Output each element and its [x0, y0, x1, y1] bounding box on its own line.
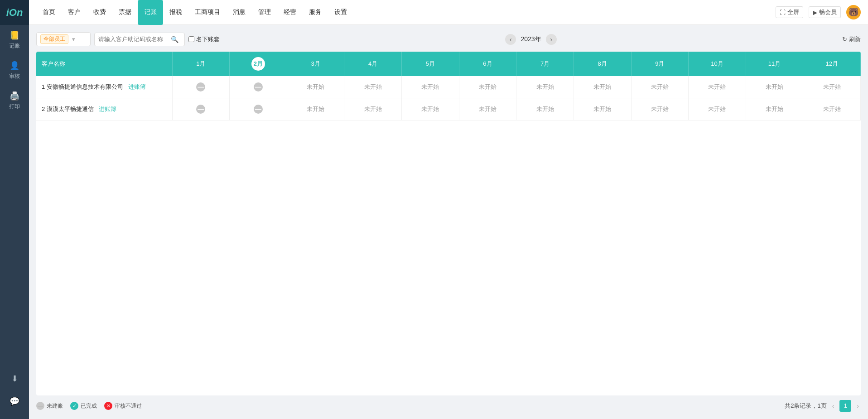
search-icon[interactable]: 🔍 — [171, 36, 178, 43]
legend-completed-label: 已完成 — [81, 402, 97, 410]
enter-ledger-link[interactable]: 进账簿 — [128, 83, 146, 90]
avatar[interactable]: 🐻 — [846, 5, 861, 19]
audit-icon: 👤 — [10, 61, 19, 71]
status-not-started: 未开始 — [307, 106, 324, 112]
cell-aug[interactable]: 未开始 — [574, 76, 631, 98]
cell-jul[interactable]: 未开始 — [516, 98, 574, 120]
prev-year-button[interactable]: ‹ — [505, 34, 516, 45]
cell-feb[interactable]: — — [230, 98, 287, 120]
status-not-started: 未开始 — [421, 106, 439, 112]
status-not-started: 未开始 — [766, 106, 783, 112]
data-table: 客户名称 1月 2月 3月 4月 5月 6月 7月 8月 9月 10月 11月 — [36, 52, 861, 120]
status-not-started: 未开始 — [708, 83, 726, 90]
cell-jan[interactable]: — — [172, 98, 230, 120]
app-logo: iOn — [0, 0, 29, 25]
cell-mar[interactable]: 未开始 — [287, 76, 344, 98]
sidebar-item-shenhe[interactable]: 👤 审核 — [0, 55, 29, 86]
next-page-button[interactable]: › — [855, 401, 861, 410]
status-not-started: 未开始 — [307, 83, 324, 90]
sidebar-item-message[interactable]: 💬 — [10, 391, 19, 412]
year-navigation: ‹ 2023年 › — [505, 34, 556, 45]
col-header-oct[interactable]: 10月 — [689, 52, 746, 76]
nav-operation[interactable]: 经营 — [277, 0, 303, 25]
cell-aug[interactable]: 未开始 — [574, 98, 631, 120]
col-header-dec[interactable]: 12月 — [803, 52, 861, 76]
legend-not-created: — 未建账 — [36, 402, 63, 410]
col-header-sep[interactable]: 9月 — [631, 52, 689, 76]
sidebar-item-label: 打印 — [9, 103, 20, 111]
sidebar-item-download[interactable]: ⬇ — [10, 368, 19, 389]
employee-select[interactable]: 全部员工 ▾ — [36, 32, 91, 46]
fullscreen-button[interactable]: ⛶ 全屏 — [776, 6, 803, 18]
nav-bills[interactable]: 票据 — [112, 0, 138, 25]
col-header-jun[interactable]: 6月 — [459, 52, 516, 76]
legend-not-created-dot: — — [36, 402, 44, 410]
cell-sep[interactable]: 未开始 — [631, 98, 689, 120]
cell-jan[interactable]: — — [172, 76, 230, 98]
nav-message[interactable]: 消息 — [227, 0, 252, 25]
cell-nov[interactable]: 未开始 — [746, 76, 803, 98]
page-number-1[interactable]: 1 — [839, 400, 851, 412]
next-year-button[interactable]: › — [546, 34, 557, 45]
search-input[interactable] — [98, 36, 171, 43]
cell-nov[interactable]: 未开始 — [746, 98, 803, 120]
col-header-aug[interactable]: 8月 — [574, 52, 631, 76]
status-not-started: — — [254, 105, 263, 114]
nav-tax[interactable]: 报税 — [163, 0, 188, 25]
status-not-started: 未开始 — [479, 106, 497, 112]
nav-accounting[interactable]: 记账 — [138, 0, 163, 25]
refresh-button[interactable]: ↻ 刷新 — [842, 35, 861, 43]
nav-fees[interactable]: 收费 — [87, 0, 112, 25]
nav-service[interactable]: 服务 — [303, 0, 328, 25]
cell-oct[interactable]: 未开始 — [689, 76, 746, 98]
col-header-nov[interactable]: 11月 — [746, 52, 803, 76]
cell-dec[interactable]: 未开始 — [803, 98, 861, 120]
nav-business[interactable]: 工商项目 — [188, 0, 227, 25]
cell-oct[interactable]: 未开始 — [689, 98, 746, 120]
top-navigation: 首页 客户 收费 票据 记账 报税 工商项目 消息 管理 经营 服务 设置 ⛶ … — [29, 0, 868, 25]
legend-rejected: ✕ 审核不通过 — [104, 402, 142, 410]
cell-apr[interactable]: 未开始 — [344, 76, 402, 98]
client-name: 漠漠太平畅捷通信 — [47, 106, 94, 112]
my-account-checkbox-label[interactable]: 名下账套 — [188, 35, 220, 43]
page-body: 全部员工 ▾ 🔍 名下账套 ‹ 2023年 › ↻ 刷新 — [29, 25, 868, 419]
status-not-started: 未开始 — [421, 83, 439, 90]
nav-customer[interactable]: 客户 — [62, 0, 87, 25]
message-icon: 💬 — [10, 396, 19, 406]
sidebar-item-print[interactable]: 🖨️ 打印 — [0, 86, 29, 116]
refresh-icon: ↻ — [842, 36, 847, 43]
prev-page-button[interactable]: ‹ — [830, 401, 836, 410]
cell-apr[interactable]: 未开始 — [344, 98, 402, 120]
my-account-checkbox[interactable] — [188, 36, 194, 42]
client-name-cell: 1 安徽畅捷通信息技术有限公司 进账簿 — [36, 76, 172, 98]
status-not-started: 未开始 — [651, 106, 669, 112]
cell-jun[interactable]: 未开始 — [459, 76, 516, 98]
cell-feb[interactable]: — — [230, 76, 287, 98]
cell-jun[interactable]: 未开始 — [459, 98, 516, 120]
col-header-may[interactable]: 5月 — [402, 52, 459, 76]
cell-sep[interactable]: 未开始 — [631, 76, 689, 98]
col-header-apr[interactable]: 4月 — [344, 52, 402, 76]
nav-settings[interactable]: 设置 — [328, 0, 353, 25]
col-header-jul[interactable]: 7月 — [516, 52, 574, 76]
col-header-jan[interactable]: 1月 — [172, 52, 230, 76]
sidebar-item-jizh[interactable]: 📒 记账 — [0, 25, 29, 55]
legend-completed: ✓ 已完成 — [70, 402, 97, 410]
status-not-started: — — [196, 105, 205, 114]
nav-manage[interactable]: 管理 — [252, 0, 277, 25]
cell-jul[interactable]: 未开始 — [516, 76, 574, 98]
col-header-feb[interactable]: 2月 — [230, 52, 287, 76]
enter-ledger-link[interactable]: 进账簿 — [99, 106, 116, 112]
table-row: 1 安徽畅捷通信息技术有限公司 进账簿 — — 未开始 未开始 未开始 未开始 … — [36, 76, 861, 98]
cell-dec[interactable]: 未开始 — [803, 76, 861, 98]
vip-button[interactable]: ▶ 畅会员 — [809, 6, 841, 18]
col-header-mar[interactable]: 3月 — [287, 52, 344, 76]
page-footer: — 未建账 ✓ 已完成 ✕ 审核不通过 共2条记录，1页 ‹ 1 › — [36, 395, 861, 412]
table-scroll-area[interactable]: 客户名称 1月 2月 3月 4月 5月 6月 7月 8月 9月 10月 11月 — [36, 52, 861, 395]
nav-home[interactable]: 首页 — [36, 0, 62, 25]
cell-mar[interactable]: 未开始 — [287, 98, 344, 120]
col-header-name: 客户名称 — [36, 52, 172, 76]
legend-rejected-dot: ✕ — [104, 402, 112, 410]
cell-may[interactable]: 未开始 — [402, 98, 459, 120]
cell-may[interactable]: 未开始 — [402, 76, 459, 98]
